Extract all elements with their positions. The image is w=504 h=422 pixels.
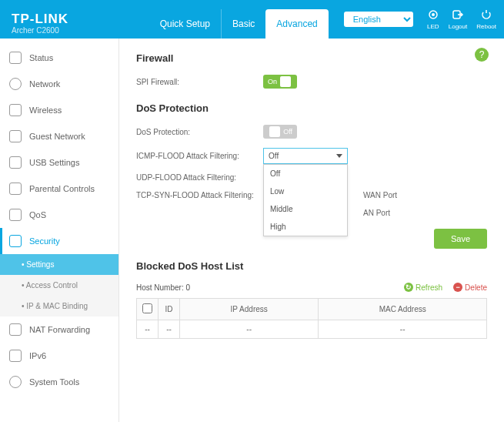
option-low[interactable]: Low	[264, 183, 347, 200]
submenu-access-control[interactable]: Access Control	[0, 275, 118, 296]
tools-icon	[9, 376, 22, 388]
col-id: ID	[159, 299, 180, 320]
sidebar-item-nat[interactable]: NAT Forwarding	[0, 316, 118, 343]
led-button[interactable]: LED	[427, 8, 439, 30]
refresh-icon: ↻	[404, 283, 413, 292]
dropdown-list: Off Low Middle High	[263, 164, 348, 236]
language-select[interactable]: English	[344, 12, 413, 27]
table-row: ---- ----	[137, 320, 487, 339]
svg-point-1	[432, 13, 435, 16]
security-icon	[9, 235, 22, 247]
sidebar: Status Network Wireless Guest Network US…	[0, 39, 119, 422]
network-icon	[9, 78, 22, 90]
model-label: Archer C2600	[12, 26, 59, 35]
host-number: Host Number: 0	[136, 283, 190, 292]
icmp-flood-select[interactable]: Off Off Low Middle High	[263, 148, 348, 164]
submenu-settings[interactable]: Settings	[0, 254, 118, 275]
help-button[interactable]: ?	[475, 48, 489, 62]
refresh-button[interactable]: ↻Refresh	[404, 283, 442, 292]
chevron-down-icon	[336, 154, 342, 158]
dos-protection-toggle[interactable]: Off	[263, 125, 297, 139]
sidebar-item-system-tools[interactable]: System Tools	[0, 369, 118, 395]
status-icon	[9, 52, 22, 64]
sidebar-item-status[interactable]: Status	[0, 45, 118, 71]
sidebar-item-qos[interactable]: QoS	[0, 202, 118, 228]
sidebar-item-usb[interactable]: USB Settings	[0, 149, 118, 176]
wan-port-text: WAN Port	[363, 191, 397, 199]
nav-advanced[interactable]: Advanced	[265, 9, 328, 39]
udp-flood-label: UDP-FLOOD Attack Filtering:	[136, 173, 263, 182]
wireless-icon	[9, 104, 22, 116]
main-content: ? Firewall SPI Firewall: On DoS Protecti…	[119, 39, 504, 422]
tcp-syn-flood-label: TCP-SYN-FLOOD Attack Filtering:	[136, 191, 263, 199]
brand-logo: TP-LINK	[12, 12, 68, 27]
reboot-button[interactable]: Reboot	[476, 8, 496, 30]
sidebar-item-wireless[interactable]: Wireless	[0, 97, 118, 123]
dos-protection-label: DoS Protection:	[136, 128, 263, 136]
firewall-title: Firewall	[136, 52, 487, 64]
usb-icon	[9, 156, 22, 169]
sidebar-item-network[interactable]: Network	[0, 71, 118, 97]
main-nav: Quick Setup Basic Advanced	[149, 0, 329, 39]
sidebar-item-ipv6[interactable]: IPv6	[0, 343, 118, 369]
header: TP-LINK Archer C2600 Quick Setup Basic A…	[0, 0, 504, 39]
blocked-hosts-table: ID IP Address MAC Address ---- ----	[136, 298, 487, 339]
delete-button[interactable]: −Delete	[453, 283, 487, 292]
sidebar-item-parental[interactable]: Parental Controls	[0, 176, 118, 202]
dos-title: DoS Protection	[136, 102, 487, 114]
option-middle[interactable]: Middle	[264, 200, 347, 218]
blocked-title: Blocked DoS Host List	[136, 260, 487, 272]
nat-icon	[9, 323, 22, 336]
icmp-flood-label: ICMP-FLOOD Attack Filtering:	[136, 152, 263, 160]
option-off[interactable]: Off	[264, 165, 347, 183]
an-port-text: AN Port	[363, 209, 390, 217]
guest-icon	[9, 130, 22, 142]
spi-firewall-label: SPI Firewall:	[136, 78, 263, 86]
qos-icon	[9, 209, 22, 221]
spi-firewall-toggle[interactable]: On	[263, 75, 297, 89]
sidebar-item-guest-network[interactable]: Guest Network	[0, 123, 118, 149]
parental-icon	[9, 183, 22, 195]
option-high[interactable]: High	[264, 218, 347, 236]
col-mac: MAC Address	[319, 299, 487, 320]
nav-quick-setup[interactable]: Quick Setup	[149, 9, 222, 39]
col-ip: IP Address	[180, 299, 319, 320]
nav-basic[interactable]: Basic	[222, 9, 265, 39]
save-button[interactable]: Save	[434, 229, 487, 249]
ipv6-icon	[9, 350, 22, 362]
submenu-ip-mac-binding[interactable]: IP & MAC Binding	[0, 296, 118, 316]
logout-button[interactable]: Logout	[449, 8, 467, 30]
select-all-checkbox[interactable]	[142, 303, 152, 313]
delete-icon: −	[453, 283, 462, 292]
sidebar-item-security[interactable]: Security	[0, 228, 118, 254]
